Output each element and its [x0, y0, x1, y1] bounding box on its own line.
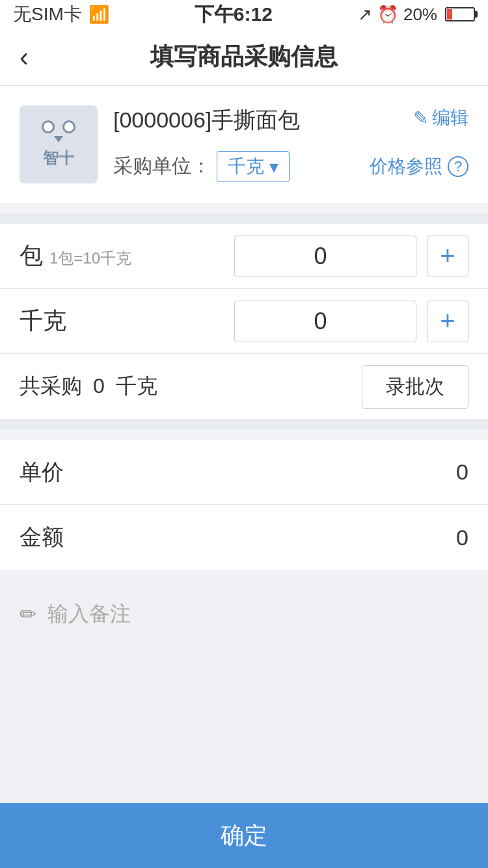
product-thumbnail: 智十 — [20, 105, 98, 183]
product-unit-row: 采购单位： 千克 ▾ 价格参照 ? — [113, 151, 468, 182]
chevron-down-icon: ▾ — [269, 156, 278, 178]
unit-value: 千克 — [228, 154, 264, 179]
location-icon: ↗ — [358, 5, 372, 25]
alarm-icon: ⏰ — [377, 5, 398, 25]
product-info: [0000006]手撕面包 ✎ 编辑 采购单位： 千克 ▾ 价格参照 ? — [113, 105, 468, 182]
product-full-name: [0000006]手撕面包 — [113, 105, 300, 135]
form-section: 包 1包=10千克 + 千克 + 共采购 0 千克 录批次 — [0, 224, 488, 419]
info-icon: ? — [448, 156, 468, 177]
kg-quantity-input[interactable] — [234, 301, 416, 342]
summary-row: 共采购 0 千克 录批次 — [0, 354, 488, 419]
summary-quantity: 0 — [93, 374, 105, 398]
section-divider-2 — [0, 419, 488, 429]
edit-label: 编辑 — [432, 105, 468, 130]
price-ref-link[interactable]: 价格参照 ? — [370, 154, 468, 179]
bag-quantity-input[interactable] — [234, 236, 416, 277]
kg-input-group: + — [124, 301, 468, 342]
unit-label: 采购单位： — [113, 155, 211, 176]
remark-section[interactable]: ✏ 输入备注 — [0, 580, 488, 648]
unit-price-value: 0 — [456, 459, 468, 485]
price-ref-label: 价格参照 — [370, 154, 442, 179]
pencil-icon: ✏ — [20, 602, 37, 627]
amount-row: 金额 0 — [0, 505, 488, 570]
amount-label: 金额 — [20, 522, 64, 552]
owl-eyes — [42, 120, 75, 133]
carrier-label: 无SIM卡 — [13, 2, 82, 27]
owl-eye-right — [62, 120, 75, 133]
nav-bar: ‹ 填写商品采购信息 — [0, 29, 488, 86]
unit-dropdown[interactable]: 千克 ▾ — [217, 151, 290, 182]
kg-label-main: 千克 — [20, 305, 66, 337]
unit-price-row: 单价 0 — [0, 440, 488, 505]
kg-plus-button[interactable]: + — [427, 301, 468, 342]
page-title: 填写商品采购信息 — [150, 41, 338, 73]
battery-fill — [447, 9, 452, 20]
summary-prefix: 共采购 — [20, 374, 82, 398]
confirm-button[interactable]: 确定 — [0, 803, 488, 868]
status-left: 无SIM卡 📶 — [13, 2, 109, 27]
owl-beak — [54, 136, 63, 142]
owl-eye-left — [42, 120, 55, 133]
summary-text: 共采购 0 千克 — [20, 372, 157, 401]
form-row-bag: 包 1包=10千克 + — [0, 224, 488, 289]
back-button[interactable]: ‹ — [20, 42, 29, 73]
form-row-kg: 千克 + — [0, 289, 488, 354]
status-time: 下午6:12 — [195, 1, 273, 28]
wifi-icon: 📶 — [88, 5, 109, 25]
amount-value: 0 — [456, 525, 468, 550]
status-bar: 无SIM卡 📶 下午6:12 ↗ ⏰ 20% — [0, 0, 488, 29]
section-divider-1 — [0, 213, 488, 224]
unit-selector-group: 采购单位： 千克 ▾ — [113, 151, 290, 182]
edit-icon: ✎ — [413, 107, 428, 129]
status-right: ↗ ⏰ 20% — [358, 5, 475, 25]
kg-label-group: 千克 — [20, 305, 124, 337]
bag-label-group: 包 1包=10千克 — [20, 240, 131, 272]
battery-percent: 20% — [403, 5, 437, 25]
product-section: 智十 [0000006]手撕面包 ✎ 编辑 采购单位： 千克 ▾ 价格参照 ? — [0, 86, 488, 203]
summary-unit: 千克 — [116, 374, 157, 398]
batch-button[interactable]: 录批次 — [362, 365, 468, 409]
bag-label-main: 包 — [20, 240, 43, 272]
remark-placeholder: 输入备注 — [47, 600, 131, 629]
product-name-row: [0000006]手撕面包 ✎ 编辑 — [113, 105, 468, 135]
bag-label-sub: 1包=10千克 — [49, 248, 131, 269]
edit-link[interactable]: ✎ 编辑 — [413, 105, 468, 130]
price-section: 单价 0 金额 0 — [0, 440, 488, 570]
owl-text: 智十 — [43, 148, 74, 169]
battery-icon — [445, 7, 475, 21]
bag-plus-button[interactable]: + — [427, 236, 468, 277]
unit-price-label: 单价 — [20, 457, 64, 487]
bag-input-group: + — [131, 236, 468, 277]
